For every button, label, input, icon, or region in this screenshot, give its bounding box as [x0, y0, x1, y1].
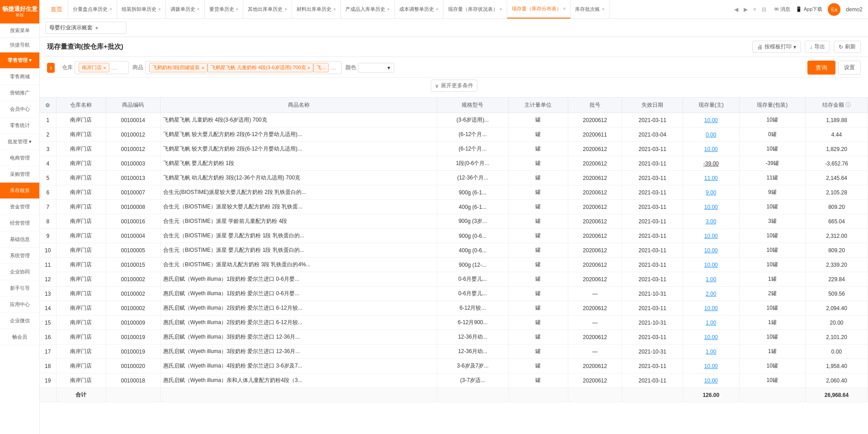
tab-close-batch[interactable]: × — [602, 7, 604, 12]
sidebar-item-ecommerce[interactable]: 电商管理 — [0, 150, 39, 166]
expand-down-icon: ∨ — [435, 83, 439, 89]
table-row: 10南岸门店00100005合生元（BIOSTIME）派星 婴儿配方奶粉 1段 … — [40, 243, 868, 258]
tab-close-material-out[interactable]: × — [333, 7, 336, 12]
sidebar-item-system[interactable]: 系统管理 — [0, 248, 39, 264]
cell-qty-main[interactable]: 3.00 — [683, 214, 739, 229]
product-tag-2-close[interactable]: × — [307, 65, 310, 71]
cell-qty-main[interactable]: 10.00 — [683, 113, 739, 127]
account-dropdown[interactable]: 母婴行业演示账套 ▾ — [45, 22, 127, 34]
tab-fenliang[interactable]: 分量盘点单历史× — [68, 0, 117, 19]
cell-qty-main[interactable]: 0.00 — [683, 127, 739, 142]
product-tag-more[interactable]: 飞... — [313, 63, 329, 72]
amount-info-icon[interactable]: ⓘ — [845, 102, 851, 108]
cell-qty-main[interactable]: 1.00 — [683, 344, 739, 359]
tab-close-zuhe[interactable]: × — [158, 7, 161, 12]
sidebar-item-purchase[interactable]: 采购管理 — [0, 166, 39, 183]
msg-button[interactable]: ✉ 消息 — [774, 6, 790, 13]
query-button[interactable]: 查询 — [807, 61, 835, 75]
home-tab[interactable]: 首页 — [45, 0, 68, 19]
sidebar-item-finance[interactable]: 资金管理 — [0, 199, 39, 215]
col-settings[interactable]: ⚙ — [40, 98, 56, 113]
tab-inventory-status[interactable]: 现存量（库存状况表）× — [443, 0, 507, 19]
tab-other-out[interactable]: 其他出库单历史× — [243, 0, 292, 19]
warehouse-tag[interactable]: 南岸门店 × — [79, 63, 109, 72]
tab-close-yaohuo[interactable]: × — [236, 7, 239, 12]
cell-qty-main[interactable]: 11.00 — [683, 171, 739, 185]
sidebar-search[interactable]: 搜索菜单 — [0, 24, 39, 38]
cell-name: 合生元（BIOSTIME）派星 婴儿配方奶粉 1段 乳铁蛋白的... — [160, 229, 437, 243]
user-name[interactable]: demo2 — [846, 6, 863, 13]
tab-yaohuo[interactable]: 要货单历史× — [205, 0, 244, 19]
cell-qty-main[interactable]: 1.00 — [683, 316, 739, 330]
sidebar-item-wholesale[interactable]: 批发管理 ▾ — [0, 134, 39, 150]
cell-qty-main[interactable]: 2.00 — [683, 287, 739, 301]
refresh-button[interactable]: ↻ 刷新 — [834, 41, 861, 53]
product-tag-2[interactable]: 飞鹤星飞帆 儿童奶粉 4段(3-6岁适用) 700克 × — [208, 63, 313, 72]
product-input[interactable]: 飞鹤奶粉3段四罐提装 × 飞鹤星飞帆 儿童奶粉 4段(3-6岁适用) 700克 … — [145, 61, 342, 74]
product-more-dots[interactable]: … — [329, 65, 338, 71]
settings-icon[interactable]: ⚙ — [45, 102, 50, 108]
tab-product-in[interactable]: 产成品入库单历史× — [341, 0, 395, 19]
cell-qty-main[interactable]: 10.00 — [683, 373, 739, 388]
tab-close-inv-dist[interactable]: × — [563, 6, 566, 11]
tab-close-product-in[interactable]: × — [387, 7, 390, 12]
sidebar-item-member[interactable]: 会员中心 — [0, 101, 39, 118]
tab-more-btn[interactable]: ⊟ — [759, 0, 769, 19]
sidebar-item-operations[interactable]: 经营管理 — [0, 215, 39, 231]
sidebar-quick-nav[interactable]: 快捷导航 — [0, 38, 39, 52]
sidebar-item-appcenter[interactable]: 应用中心 — [0, 297, 39, 313]
cell-unit: 罐 — [508, 287, 568, 301]
cell-qty-main[interactable]: 10.00 — [683, 243, 739, 258]
sidebar-item-wechat[interactable]: 企业微信 — [0, 313, 39, 329]
tab-cost-adj[interactable]: 成本调整单历史× — [395, 0, 443, 19]
template-print-button[interactable]: 🖨 按模板打印 ▾ — [752, 41, 801, 53]
account-label: 母婴行业演示账套 — [49, 24, 93, 32]
tab-inventory-dist[interactable]: 现存量（库存分布表）× — [507, 0, 571, 19]
cell-qty-main[interactable]: 10.00 — [683, 359, 739, 373]
user-avatar[interactable]: Ea — [828, 3, 840, 16]
tab-next-btn[interactable]: ▶ — [741, 0, 750, 19]
product-tag-1-close[interactable]: × — [201, 65, 204, 71]
settings-button[interactable]: 设置 — [838, 61, 861, 75]
tab-close-inv-status[interactable]: × — [500, 7, 502, 12]
product-tag-1[interactable]: 飞鹤奶粉3段四罐提装 × — [149, 63, 208, 72]
warehouse-more[interactable]: … — [109, 65, 118, 71]
cell-qty-main[interactable]: 10.00 — [683, 229, 739, 243]
tab-close-fenliang[interactable]: × — [109, 7, 112, 12]
tab-material-out[interactable]: 材料出库单历史× — [292, 0, 341, 19]
sidebar-item-inventory[interactable]: 库存核算 — [0, 183, 39, 199]
tab-close-all-btn[interactable]: × — [750, 0, 759, 19]
cell-qty-main[interactable]: 10.00 — [683, 330, 739, 344]
sidebar-item-retail-shop[interactable]: 零售商城 — [0, 69, 39, 85]
tab-close-diaob[interactable]: × — [197, 7, 200, 12]
tab-batch[interactable]: 库存批次账× — [571, 0, 609, 19]
color-dropdown[interactable]: ▾ — [358, 63, 394, 73]
warehouse-input[interactable]: 南岸门店 × … — [75, 61, 129, 74]
sidebar-item-retail-mgmt[interactable]: 零售管理 ▾ — [0, 52, 39, 69]
sidebar-item-guide[interactable]: 新手引导 — [0, 280, 39, 297]
cell-name: 飞鹤星飞帆 婴儿配方奶粉 1段 — [160, 156, 437, 171]
cell-qty-main[interactable]: 1.00 — [683, 272, 739, 287]
sidebar-item-retail-stats[interactable]: 零售统计 — [0, 118, 39, 134]
tab-prev-btn[interactable]: ◀ — [731, 0, 741, 19]
cell-qty-main[interactable]: -39.00 — [683, 156, 739, 171]
cell-qty-main[interactable]: 10.00 — [683, 258, 739, 272]
tab-close-other-out[interactable]: × — [284, 7, 287, 12]
cell-name: 惠氏启赋（Wyeth illuma）亲和人体儿童配方奶粉4段（3... — [160, 373, 437, 388]
warehouse-tag-close[interactable]: × — [103, 65, 106, 71]
cell-qty-main[interactable]: 10.00 — [683, 200, 739, 214]
cell-qty-main[interactable]: 10.00 — [683, 301, 739, 316]
sidebar-item-basic[interactable]: 基础信息 — [0, 231, 39, 248]
filter-expand-arrow[interactable]: › — [47, 63, 55, 73]
app-download-button[interactable]: 📱 App下载 — [796, 6, 823, 13]
sidebar-item-enterprise[interactable]: 企业协同 — [0, 264, 39, 280]
export-button[interactable]: ↓ 导出 — [805, 41, 830, 53]
sidebar-item-marketing[interactable]: 营销推广 — [0, 85, 39, 101]
tab-close-cost-adj[interactable]: × — [436, 7, 439, 12]
cell-qty-main[interactable]: 10.00 — [683, 142, 739, 156]
tab-zuhe[interactable]: 组装拆卸单历史× — [117, 0, 166, 19]
sidebar-item-member2[interactable]: 畅会员 — [0, 329, 39, 345]
expand-more-btn[interactable]: ∨ 展开更多条件 — [431, 80, 477, 92]
cell-qty-main[interactable]: 9.00 — [683, 185, 739, 200]
tab-diaob[interactable]: 调拨单历史× — [166, 0, 205, 19]
